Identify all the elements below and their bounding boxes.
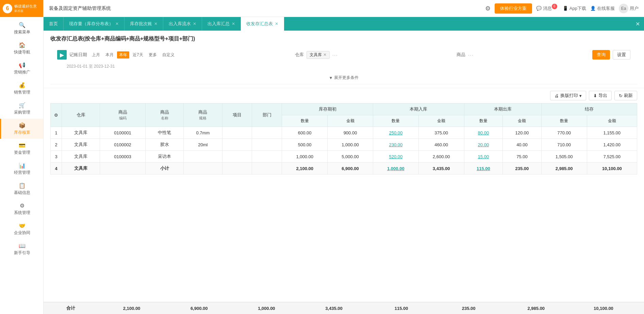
filter-toggle-button[interactable]: ▶ bbox=[57, 50, 67, 60]
table-body: 1 文具库 0100001 中性笔 0.7mm 600.00 900.00 25… bbox=[51, 127, 637, 175]
settings-button[interactable]: 设置 bbox=[613, 50, 630, 60]
sidebar-icon-search: 🔍 bbox=[19, 22, 26, 28]
warehouse-more-dots[interactable]: ··· bbox=[332, 52, 338, 57]
opening-col-header: 库存期初 bbox=[282, 103, 373, 115]
row-open-qty: 600.00 bbox=[282, 127, 328, 139]
sidebar-label-operations: 经营管理 bbox=[14, 170, 30, 176]
tab-close-recv-send-summary[interactable]: ✕ bbox=[275, 21, 278, 26]
row-out-qty: 115.00 bbox=[464, 163, 503, 175]
sidebar-item-marketing[interactable]: 📢营销推广 bbox=[0, 59, 43, 79]
out-col-header: 本期出库 bbox=[464, 103, 541, 115]
sidebar-item-sales[interactable]: 💰销售管理 bbox=[0, 79, 43, 99]
in-amt-header: 金额 bbox=[418, 115, 464, 127]
out-qty-link[interactable]: 80.00 bbox=[478, 130, 489, 135]
refresh-icon: ↻ bbox=[619, 93, 623, 98]
in-qty-link[interactable]: 1,000.00 bbox=[387, 166, 404, 171]
tab-batch-account[interactable]: 库存批次账✕ bbox=[125, 17, 163, 31]
tab-inout-flow[interactable]: 出入库流水✕ bbox=[163, 17, 202, 31]
page-header: 收发存汇总表(按仓库+商品编码+商品+规格型号+项目+部门) ▶ 记账日期 上月… bbox=[44, 31, 644, 88]
date-btn-last-month[interactable]: 上月 bbox=[90, 51, 102, 59]
expand-filter-button[interactable]: ▼ 展开更多条件 bbox=[329, 75, 359, 81]
row-bal-qty: 770.00 bbox=[541, 127, 587, 139]
tab-recv-send-summary[interactable]: 收发存汇总表✕ bbox=[241, 17, 284, 31]
tab-close-inventory-dist[interactable]: ✕ bbox=[115, 21, 119, 26]
export-button[interactable]: ⬇ 导出 bbox=[589, 91, 612, 100]
footer-in-amt: 3,435.00 bbox=[300, 306, 367, 311]
close-all-tabs-button[interactable]: ✕ bbox=[631, 21, 644, 27]
sidebar-label-purchase: 采购管理 bbox=[14, 110, 30, 115]
user-item[interactable]: Ea 用户 bbox=[619, 4, 639, 13]
table-toolbar: 🖨 换版打印 ▾ ⬇ 导出 ↻ 刷新 bbox=[44, 88, 644, 103]
online-service-label: 在线客服 bbox=[597, 5, 615, 12]
avatar: Ea bbox=[619, 4, 628, 13]
row-in-qty: 520.00 bbox=[373, 151, 418, 163]
row-bal-qty: 1,505.00 bbox=[541, 151, 587, 163]
table-container: ⚙ 仓库 商品编码 商品名称 商品规格 项目 部门 库存期初 本期入库 本期出库… bbox=[44, 103, 644, 302]
sidebar-item-inventory[interactable]: 📦库存核算 bbox=[0, 119, 43, 139]
row-goods-spec: 0.7mm bbox=[184, 127, 222, 139]
row-out-qty: 20.00 bbox=[464, 139, 503, 151]
sidebar-item-operations[interactable]: 📊经营管理 bbox=[0, 159, 43, 179]
settings-col-header[interactable]: ⚙ bbox=[51, 103, 62, 127]
user-label: 用户 bbox=[630, 5, 639, 12]
out-qty-header: 数量 bbox=[464, 115, 503, 127]
tabbar: 首页现存量（库存分布表）✕库存批次账✕出入库流水✕出入库汇总✕收发存汇总表✕✕ bbox=[44, 17, 644, 31]
refresh-label: 刷新 bbox=[624, 93, 633, 99]
date-buttons: 上月 本月 本年 近7天 更多 自定义 bbox=[90, 51, 177, 59]
query-button[interactable]: 查询 bbox=[592, 50, 610, 60]
trial-button[interactable]: 体验行业方案 bbox=[495, 3, 532, 14]
tab-label-home: 首页 bbox=[49, 21, 58, 27]
in-qty-link[interactable]: 250.00 bbox=[389, 130, 402, 135]
tab-close-batch-account[interactable]: ✕ bbox=[154, 21, 158, 26]
date-btn-7days[interactable]: 近7天 bbox=[131, 51, 145, 59]
row-bal-amt: 7,525.00 bbox=[587, 151, 637, 163]
tab-close-inout-summary[interactable]: ✕ bbox=[232, 21, 235, 26]
message-item[interactable]: 💬 消息 6 bbox=[536, 5, 559, 12]
logo-icon: 6 bbox=[3, 4, 12, 13]
content-area: 收发存汇总表(按仓库+商品编码+商品+规格型号+项目+部门) ▶ 记账日期 上月… bbox=[44, 31, 644, 314]
sidebar-item-enterprise[interactable]: 🤝企业协同 bbox=[0, 219, 43, 239]
tab-home[interactable]: 首页 bbox=[44, 17, 64, 31]
sidebar-label-basic-info: 基础信息 bbox=[14, 190, 30, 196]
date-btn-this-year[interactable]: 本年 bbox=[117, 51, 129, 59]
tab-inventory-dist[interactable]: 现存量（库存分布表）✕ bbox=[64, 17, 125, 31]
sidebar-icon-quick-nav: 🏠 bbox=[19, 42, 26, 48]
warehouse-tag-value: 文具库 bbox=[310, 52, 322, 58]
table-header-row-1: ⚙ 仓库 商品编码 商品名称 商品规格 项目 部门 库存期初 本期入库 本期出库… bbox=[51, 103, 637, 115]
out-qty-link[interactable]: 15.00 bbox=[478, 154, 489, 159]
sidebar-item-search[interactable]: 🔍搜索菜单 bbox=[0, 18, 43, 38]
out-qty-link[interactable]: 20.00 bbox=[478, 142, 489, 147]
footer-out-amt: 235.00 bbox=[435, 306, 502, 311]
out-qty-link[interactable]: 115.00 bbox=[477, 166, 490, 171]
sidebar-label-inventory: 库存核算 bbox=[14, 130, 30, 135]
page-title: 收发存汇总表(按仓库+商品编码+商品+规格型号+项目+部门) bbox=[50, 35, 637, 43]
row-warehouse: 文具库 bbox=[62, 163, 100, 175]
row-bal-amt: 10,100.00 bbox=[587, 163, 637, 175]
date-btn-this-month[interactable]: 本月 bbox=[103, 51, 116, 59]
tab-inout-summary[interactable]: 出入库汇总✕ bbox=[202, 17, 241, 31]
warehouse-tag-close[interactable]: ✕ bbox=[323, 52, 327, 57]
refresh-button[interactable]: ↻ 刷新 bbox=[614, 91, 637, 100]
sidebar-label-sales: 销售管理 bbox=[14, 89, 30, 95]
goods-more-dots[interactable]: ··· bbox=[468, 52, 474, 57]
tab-close-inout-flow[interactable]: ✕ bbox=[193, 21, 196, 26]
in-qty-link[interactable]: 520.00 bbox=[389, 154, 402, 159]
row-bal-amt: 1,155.00 bbox=[587, 127, 637, 139]
app-download-item[interactable]: 📱 App下载 bbox=[563, 5, 586, 12]
row-goods-spec bbox=[184, 151, 222, 163]
sidebar-item-finance[interactable]: 💳资金管理 bbox=[0, 139, 43, 159]
print-button[interactable]: 🖨 换版打印 ▾ bbox=[550, 91, 586, 100]
sidebar-icon-purchase: 🛒 bbox=[19, 102, 26, 109]
row-num: 3 bbox=[51, 151, 62, 163]
warehouse-col-header: 仓库 bbox=[62, 103, 100, 127]
settings-icon[interactable]: ⚙ bbox=[485, 5, 491, 12]
sidebar-item-purchase[interactable]: 🛒采购管理 bbox=[0, 99, 43, 119]
date-btn-custom[interactable]: 自定义 bbox=[160, 51, 177, 59]
sidebar-item-guide[interactable]: 📖新手引导 bbox=[0, 239, 43, 259]
in-qty-link[interactable]: 230.00 bbox=[389, 142, 402, 147]
sidebar-item-basic-info[interactable]: 📋基础信息 bbox=[0, 179, 43, 199]
date-btn-more[interactable]: 更多 bbox=[147, 51, 159, 59]
sidebar-item-system[interactable]: ⚙系统管理 bbox=[0, 199, 43, 219]
sidebar-item-quick-nav[interactable]: 🏠快捷导航 bbox=[0, 38, 43, 59]
online-service-item[interactable]: 👤 在线客服 bbox=[590, 5, 615, 12]
